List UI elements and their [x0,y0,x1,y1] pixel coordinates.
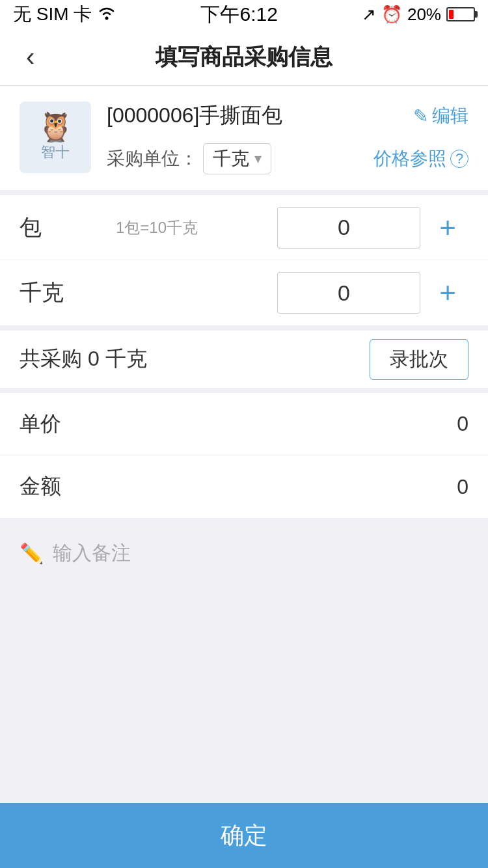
product-card: 🦉 智十 [0000006]手撕面包 ✎ 编辑 采购单位： 千克 ▾ [0,86,488,195]
nav-bar: ‹ 填写商品采购信息 [0,29,488,86]
status-time: 下午6:12 [200,1,277,28]
quantity-section: 包 1包=10千克 + 千克 + [0,195,488,331]
amount-label: 金额 [20,472,61,501]
price-ref-label: 价格参照 [373,146,446,171]
batch-button[interactable]: 录批次 [370,339,468,380]
price-reference-button[interactable]: 价格参照 ? [373,146,468,171]
product-thumb-label: 智十 [41,142,70,162]
remark-section[interactable]: ✏️ 输入备注 [0,523,488,584]
carrier-text: 无 SIM 卡 [13,2,92,27]
svg-point-0 [105,17,109,20]
summary-text: 共采购 0 千克 [20,345,147,373]
purchase-unit-label: 采购单位： [107,146,198,171]
unit-price-value: 0 [457,412,468,436]
qty-plus-kg[interactable]: + [427,272,468,314]
edit-button[interactable]: ✎ 编辑 [413,103,468,128]
quantity-row-bao: 包 1包=10千克 + [0,195,488,260]
price-section: 单价 0 金额 0 [0,393,488,523]
edit-label: 编辑 [432,103,468,128]
status-right: ↗ ⏰ 20% [362,5,475,25]
product-owl-icon: 🦉 [38,113,74,141]
qty-input-bao[interactable] [277,207,420,249]
qty-plus-bao[interactable]: + [427,207,468,249]
qty-input-kg[interactable] [277,272,420,314]
wifi-icon [97,4,116,25]
qty-label-kg: 千克 [20,278,111,308]
unit-value: 千克 [213,146,249,171]
info-icon: ? [450,150,468,168]
unit-select[interactable]: 千克 ▾ [203,143,271,174]
qty-sublabel-bao: 1包=10千克 [116,217,198,238]
chevron-down-icon: ▾ [254,150,262,167]
quantity-row-kg: 千克 + [0,260,488,325]
battery-percent: 20% [407,5,441,25]
back-button[interactable]: ‹ [20,36,41,78]
qty-label-bao: 包 [20,213,111,243]
summary-row: 共采购 0 千克 录批次 [0,331,488,393]
location-icon: ↗ [362,5,376,25]
product-info: [0000006]手撕面包 ✎ 编辑 采购单位： 千克 ▾ 价格参照 ? [107,102,468,174]
price-row-amount: 金额 0 [0,455,488,518]
product-name: [0000006]手撕面包 [107,102,282,130]
status-bar: 无 SIM 卡 下午6:12 ↗ ⏰ 20% [0,0,488,29]
edit-icon: ✎ [413,105,428,127]
confirm-button[interactable]: 确定 [0,803,488,868]
remark-placeholder: 输入备注 [53,540,131,567]
alarm-icon: ⏰ [381,5,402,25]
unit-price-label: 单价 [20,410,61,439]
battery-icon [446,7,475,21]
amount-value: 0 [457,475,468,499]
page-title: 填写商品采购信息 [156,42,332,72]
pencil-icon: ✏️ [20,542,44,565]
status-left: 无 SIM 卡 [13,2,116,27]
price-row-unit: 单价 0 [0,393,488,455]
product-thumbnail: 🦉 智十 [20,102,91,173]
